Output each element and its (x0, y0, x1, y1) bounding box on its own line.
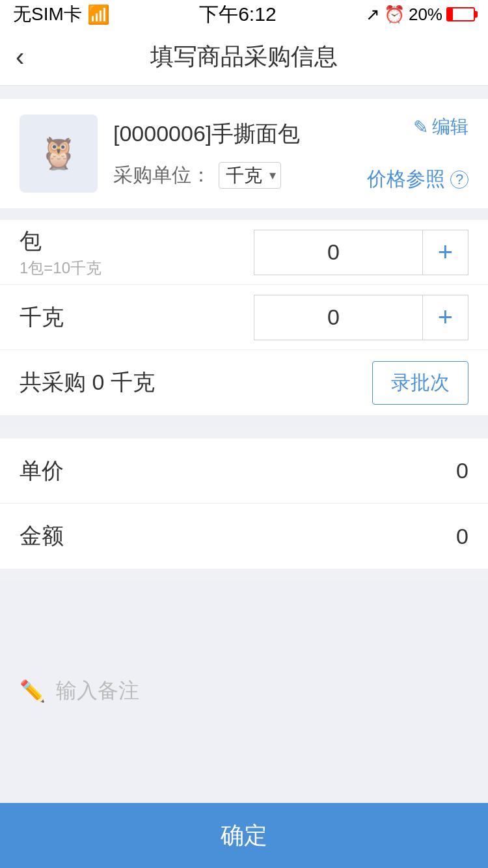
unit-price-value: 0 (456, 458, 468, 483)
bag-sub-label: 1包=10千克 (20, 258, 102, 278)
status-right: ↗ ⏰ 20% (366, 5, 475, 25)
amount-row: 金额 0 (0, 504, 488, 569)
kg-input-row: 千克 + (0, 285, 488, 350)
edit-button[interactable]: ✎ 编辑 (413, 115, 468, 139)
bag-label-group: 包 1包=10千克 (20, 226, 102, 278)
battery-percent: 20% (409, 5, 442, 25)
bag-number-input[interactable] (254, 230, 423, 275)
status-time: 下午6:12 (199, 1, 276, 28)
bag-input-row: 包 1包=10千克 + (0, 220, 488, 285)
kg-input-right: + (254, 295, 468, 340)
divider-2 (0, 415, 488, 427)
summary-text: 共采购 0 千克 (20, 368, 155, 398)
price-ref-label: 价格参照 (367, 166, 445, 193)
confirm-button[interactable]: 确定 (0, 803, 488, 868)
status-left: 无SIM卡 📶 (13, 2, 110, 27)
product-thumb-icon: 🦉 (39, 135, 78, 172)
notes-icon: ✏️ (20, 679, 46, 703)
unit-select[interactable]: 千克 包 (219, 162, 281, 189)
carrier-text: 无SIM卡 (13, 2, 82, 27)
back-button[interactable]: ‹ (16, 42, 24, 72)
divider-1 (0, 208, 488, 220)
bag-label: 包 (20, 226, 102, 256)
summary-row: 共采购 0 千克 录批次 (0, 350, 488, 415)
location-icon: ↗ (366, 5, 380, 25)
notes-section[interactable]: ✏️ 输入备注 (0, 580, 488, 802)
input-section: 包 1包=10千克 + 千克 + (0, 220, 488, 350)
wifi-icon: 📶 (87, 4, 110, 25)
bag-plus-button[interactable]: + (423, 230, 468, 275)
battery-icon (446, 7, 475, 21)
notes-placeholder: 输入备注 (56, 677, 139, 705)
bag-input-right: + (254, 230, 468, 275)
edit-label: 编辑 (432, 115, 468, 139)
page-title: 填写商品采购信息 (150, 41, 338, 73)
price-ref-button[interactable]: 价格参照 ? (367, 166, 468, 193)
bag-plus-icon: + (438, 237, 453, 267)
price-info-section: 单价 0 金额 0 (0, 439, 488, 569)
unit-select-wrapper[interactable]: 千克 包 (219, 162, 281, 189)
unit-price-label: 单价 (20, 456, 64, 486)
kg-label-group: 千克 (20, 303, 98, 332)
record-batch-button[interactable]: 录批次 (372, 361, 468, 405)
price-ref-icon: ? (450, 170, 468, 189)
amount-label: 金额 (20, 521, 64, 551)
kg-plus-icon: + (438, 303, 453, 332)
kg-number-input[interactable] (254, 295, 423, 340)
edit-icon: ✎ (413, 116, 428, 138)
unit-price-row: 单价 0 (0, 439, 488, 504)
alarm-icon: ⏰ (384, 5, 405, 25)
product-thumbnail: 🦉 (20, 115, 98, 193)
unit-label: 采购单位： (113, 162, 211, 189)
amount-value: 0 (456, 524, 468, 549)
kg-label: 千克 (20, 303, 98, 332)
summary-unit: 千克 (111, 370, 155, 394)
nav-bar: ‹ 填写商品采购信息 (0, 29, 488, 86)
summary-label: 共采购 (20, 370, 86, 394)
kg-plus-button[interactable]: + (423, 295, 468, 340)
product-card: 🦉 [0000006]手撕面包 采购单位： 千克 包 ✎ 编辑 价格参照 ? (0, 99, 488, 208)
status-bar: 无SIM卡 📶 下午6:12 ↗ ⏰ 20% (0, 0, 488, 29)
summary-value: 0 (92, 370, 110, 394)
